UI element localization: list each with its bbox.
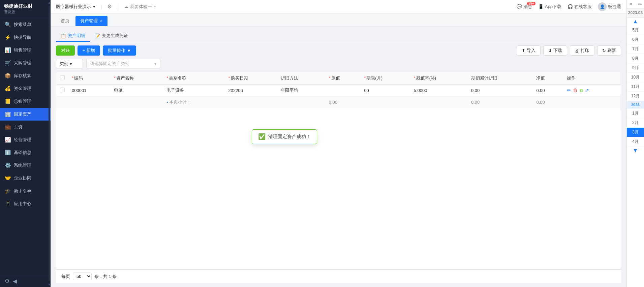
- header-purchase-date: *购买日期: [225, 72, 277, 85]
- collapse-icon[interactable]: ◀: [13, 278, 17, 284]
- sub-tab-voucher-gen[interactable]: 📝 变更生成凭证: [90, 30, 133, 42]
- header-residual-rate: *残值率(%): [410, 72, 468, 85]
- sidebar-item-capital[interactable]: 💰 资金管理: [0, 82, 51, 95]
- category-select[interactable]: 类别 ▾: [56, 59, 83, 68]
- calendar-month-10[interactable]: 10月: [627, 73, 644, 82]
- app-download-button[interactable]: 📱 App下载: [538, 4, 561, 10]
- select-all-checkbox[interactable]: [60, 75, 65, 80]
- app-center-icon: 📱: [5, 201, 11, 207]
- calendar-month-8[interactable]: 8月: [627, 54, 644, 63]
- import-icon: ⬆: [522, 48, 525, 53]
- tab-home-label: 首页: [61, 18, 69, 24]
- pagination: 每页 50 10 20 100 条，共 1 条: [56, 269, 621, 283]
- sales-icon: 📊: [5, 47, 11, 53]
- subtotal-icon: ▪: [166, 100, 168, 104]
- delete-button[interactable]: 🗑: [573, 88, 578, 93]
- enterprise-icon: 🤝: [5, 175, 11, 181]
- avatar: 👤: [598, 2, 607, 11]
- company-dropdown-icon: ▾: [93, 4, 95, 9]
- cell-category: 电子设备: [163, 85, 225, 96]
- calendar-month-6[interactable]: 6月: [627, 35, 644, 44]
- sidebar-item-label: 搜索菜单: [14, 22, 31, 28]
- purchase-icon: 🛒: [5, 60, 11, 66]
- category-input[interactable]: 请选择固定资产类别 ▾: [86, 59, 160, 68]
- batch-dropdown-icon: ▼: [127, 48, 131, 53]
- sidebar-item-search[interactable]: 🔍 搜索菜单: [0, 18, 51, 31]
- new-button[interactable]: + 新增: [78, 45, 100, 56]
- edit-button[interactable]: ✏: [567, 88, 571, 93]
- reconcile-button[interactable]: 对账: [56, 45, 75, 56]
- batch-button[interactable]: 批量操作 ▼: [103, 45, 136, 56]
- header-name: *资产名称: [111, 72, 163, 85]
- sidebar-item-label: 固定资产: [14, 111, 31, 117]
- header-checkbox-cell: [56, 72, 68, 85]
- refresh-button[interactable]: ↻ 刷新: [597, 45, 621, 56]
- settings-icon[interactable]: ⚙: [5, 278, 9, 284]
- app-subtitle: 普及版: [4, 9, 47, 14]
- header-actions: 操作: [563, 72, 621, 85]
- sidebar-logo: 畅捷通好业财 普及版: [0, 0, 51, 18]
- cell-residual-rate: 5.0000: [410, 85, 468, 96]
- settings-gear-icon[interactable]: ⚙: [107, 3, 112, 10]
- sidebar-item-operations[interactable]: 📈 经营管理: [0, 133, 51, 146]
- subtotal-row: ▪ 本页小计： 0.00 0.00 0.00: [56, 96, 621, 108]
- row-checkbox[interactable]: [60, 88, 65, 92]
- tab-asset-mgmt[interactable]: 资产管理 ✕: [75, 16, 108, 26]
- category-placeholder: 请选择固定资产类别: [90, 61, 129, 67]
- input-dropdown-icon: ▾: [154, 61, 157, 66]
- calendar-month-1[interactable]: 1月: [627, 109, 644, 118]
- calendar-month-11[interactable]: 11月: [627, 82, 644, 92]
- sidebar-scroll-down[interactable]: ▼: [47, 282, 52, 287]
- calendar-expand-icon[interactable]: ⇔: [638, 1, 642, 7]
- calendar-month-3-current[interactable]: 3月: [627, 128, 644, 137]
- tab-home[interactable]: 首页: [56, 16, 74, 26]
- sidebar-item-ledger[interactable]: 📒 总账管理: [0, 95, 51, 108]
- sidebar-item-label: 库存核算: [14, 73, 31, 79]
- sidebar-item-label: 企业协同: [14, 175, 31, 181]
- import-button[interactable]: ⬆ 导入: [517, 45, 541, 56]
- calendar-month-12[interactable]: 12月: [627, 92, 644, 101]
- header-period: *期限(月): [361, 72, 410, 85]
- calendar-down-button[interactable]: ▼: [627, 147, 644, 155]
- main-area: 医疗器械行业演示 ▾ | ⚙ | ☁ 我要体验一下 💬 消息 99+ 📱 App…: [51, 0, 626, 287]
- sidebar-scroll-up[interactable]: ▲: [47, 0, 52, 5]
- sidebar-item-basic-info[interactable]: ℹ️ 基础信息: [0, 146, 51, 159]
- sidebar-item-label: 工资: [14, 124, 23, 130]
- cell-net-value: 0.00: [533, 85, 563, 96]
- sidebar-item-app-center[interactable]: 📱 应用中心: [0, 197, 51, 210]
- calendar-month-7[interactable]: 7月: [627, 44, 644, 54]
- sidebar-item-inventory[interactable]: 📦 库存核算: [0, 69, 51, 82]
- more-button[interactable]: ↗: [585, 88, 589, 93]
- sidebar-item-sales[interactable]: 📊 销售管理: [0, 44, 51, 57]
- calendar-month-4[interactable]: 4月: [627, 137, 644, 147]
- calendar-month-2[interactable]: 2月: [627, 118, 644, 128]
- header-category: *类别名称: [163, 72, 225, 85]
- calendar-year-2023[interactable]: 2023: [627, 101, 644, 109]
- sidebar-item-purchase[interactable]: 🛒 采购管理: [0, 57, 51, 69]
- sidebar-item-tutorial[interactable]: 🎓 新手引导: [0, 185, 51, 197]
- category-dropdown-icon: ▾: [70, 61, 72, 66]
- per-page-select[interactable]: 50 10 20 100: [73, 273, 92, 280]
- calendar-close-icon[interactable]: ✕: [629, 1, 633, 7]
- sub-tab-asset-detail[interactable]: 📋 资产明细: [56, 30, 90, 42]
- tab-close-icon[interactable]: ✕: [100, 19, 103, 23]
- print-button[interactable]: 🖨 打印: [570, 45, 594, 56]
- sidebar-item-enterprise[interactable]: 🤝 企业协同: [0, 172, 51, 185]
- sidebar-item-system[interactable]: ⚙️ 系统管理: [0, 159, 51, 172]
- capital-icon: 💰: [5, 86, 11, 92]
- online-service-button[interactable]: 🎧 在线客服: [568, 4, 592, 10]
- header-initial-accumulated: 期初累计折旧: [468, 72, 533, 85]
- company-selector[interactable]: 医疗器械行业演示 ▾: [56, 4, 95, 10]
- calendar-month-5[interactable]: 5月: [627, 26, 644, 35]
- download-button[interactable]: ⬇ 下载: [543, 45, 567, 56]
- user-menu[interactable]: 👤 畅捷通: [598, 2, 621, 11]
- cell-initial-accumulated: 0.00: [468, 85, 533, 96]
- copy-button[interactable]: ⧉: [580, 88, 583, 93]
- experience-button[interactable]: ☁ 我要体验一下: [124, 4, 156, 10]
- sidebar-item-salary[interactable]: 💼 工资: [0, 121, 51, 133]
- sidebar-item-fixed-assets[interactable]: 🏢 固定资产: [0, 108, 51, 121]
- calendar-up-button[interactable]: ▲: [627, 18, 644, 26]
- calendar-month-9[interactable]: 9月: [627, 63, 644, 73]
- sidebar-item-quick-nav[interactable]: ⚡ 快捷导航: [0, 31, 51, 44]
- messages-button[interactable]: 💬 消息 99+: [517, 4, 532, 10]
